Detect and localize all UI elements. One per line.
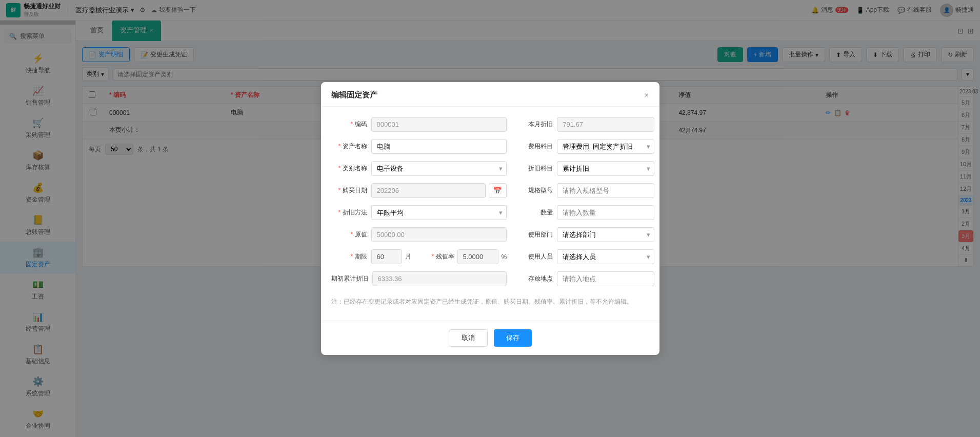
original-value-label: 原值 bbox=[331, 230, 367, 239]
form-row-depreciation-subject: 折旧科目 累计折旧 ▾ bbox=[517, 161, 654, 176]
monthly-depreciation-input bbox=[557, 117, 654, 132]
category-label: 类别名称 bbox=[331, 164, 367, 173]
edit-asset-dialog: 编辑固定资产 × 编码 资产名称 bbox=[321, 82, 659, 355]
cancel-button[interactable]: 取消 bbox=[449, 329, 488, 347]
department-label: 使用部门 bbox=[517, 230, 553, 239]
spec-model-label: 规格型号 bbox=[517, 186, 553, 195]
form-row-monthly-depreciation: 本月折旧 bbox=[517, 117, 654, 132]
form-row-quantity: 数量 bbox=[517, 205, 654, 220]
form-grid: 编码 资产名称 类别名称 电子设备 bbox=[331, 117, 649, 293]
form-row-asset-name: 资产名称 bbox=[331, 139, 507, 154]
form-row-person: 使用人员 请选择人员 ▾ bbox=[517, 249, 654, 264]
dialog-body: 编码 资产名称 类别名称 电子设备 bbox=[321, 107, 659, 321]
dialog-footer: 取消 保存 bbox=[321, 321, 659, 355]
dialog-close-btn[interactable]: × bbox=[644, 91, 649, 100]
original-value-input[interactable] bbox=[371, 227, 507, 242]
location-input[interactable] bbox=[557, 271, 654, 286]
form-row-expense-subject: 费用科目 管理费用_固定资产折旧 ▾ bbox=[517, 139, 654, 154]
calendar-btn[interactable]: 📅 bbox=[489, 183, 507, 198]
person-select[interactable]: 请选择人员 bbox=[557, 249, 654, 264]
depreciation-subject-select[interactable]: 累计折旧 bbox=[557, 161, 654, 176]
purchase-date-label: 购买日期 bbox=[331, 186, 367, 195]
form-row-depreciation-method: 折旧方法 年限平均 ▾ bbox=[331, 205, 507, 220]
depreciation-subject-label: 折旧科目 bbox=[517, 164, 553, 173]
residual-rate-label: 残值率 bbox=[418, 252, 454, 261]
form-right: 本月折旧 费用科目 管理费用_固定资产折旧 ▾ bbox=[517, 117, 654, 293]
residual-rate-input[interactable] bbox=[457, 249, 498, 264]
person-label: 使用人员 bbox=[517, 252, 553, 261]
initial-accumulated-label: 期初累计折旧 bbox=[331, 274, 368, 283]
purchase-date-inline: 📅 bbox=[371, 183, 507, 198]
modal-overlay: 编辑固定资产 × 编码 资产名称 bbox=[0, 0, 980, 437]
depreciation-method-select[interactable]: 年限平均 bbox=[371, 205, 507, 220]
form-row-category: 类别名称 电子设备 ▾ bbox=[331, 161, 507, 176]
form-row-department: 使用部门 请选择部门 ▾ bbox=[517, 227, 654, 242]
initial-accumulated-input[interactable] bbox=[372, 271, 507, 286]
period-inline: 月 残值率 % bbox=[371, 249, 507, 264]
dialog-header: 编辑固定资产 × bbox=[321, 82, 659, 107]
form-row-period: 期限 月 残值率 % bbox=[331, 249, 507, 264]
asset-name-input[interactable] bbox=[371, 139, 507, 154]
code-input[interactable] bbox=[371, 117, 507, 132]
depreciation-method-select-wrap: 年限平均 ▾ bbox=[371, 205, 507, 220]
expense-subject-label: 费用科目 bbox=[517, 142, 553, 151]
period-input[interactable] bbox=[371, 249, 402, 264]
period-label: 期限 bbox=[331, 252, 367, 261]
form-row-spec-model: 规格型号 bbox=[517, 183, 654, 198]
person-select-wrap: 请选择人员 ▾ bbox=[557, 249, 654, 264]
monthly-depreciation-label: 本月折旧 bbox=[517, 120, 553, 129]
depreciation-subject-select-wrap: 累计折旧 ▾ bbox=[557, 161, 654, 176]
purchase-date-input[interactable] bbox=[371, 183, 486, 198]
expense-subject-select-wrap: 管理费用_固定资产折旧 ▾ bbox=[557, 139, 654, 154]
dialog-title: 编辑固定资产 bbox=[331, 90, 377, 100]
category-select[interactable]: 电子设备 bbox=[371, 161, 507, 176]
department-select-wrap: 请选择部门 ▾ bbox=[557, 227, 654, 242]
form-row-location: 存放地点 bbox=[517, 271, 654, 286]
form-row-initial-accumulated: 期初累计折旧 bbox=[331, 271, 507, 286]
code-label: 编码 bbox=[331, 120, 367, 129]
form-row-code: 编码 bbox=[331, 117, 507, 132]
period-unit: 月 bbox=[405, 252, 411, 261]
dialog-note: 注：已经存在变更记录或者对应固定资产已经生成凭证，原值、购买日期、残值率、累计折… bbox=[331, 293, 649, 310]
depreciation-method-label: 折旧方法 bbox=[331, 208, 367, 217]
form-row-original-value: 原值 bbox=[331, 227, 507, 242]
location-label: 存放地点 bbox=[517, 274, 553, 283]
department-select[interactable]: 请选择部门 bbox=[557, 227, 654, 242]
category-select-wrap: 电子设备 ▾ bbox=[371, 161, 507, 176]
form-row-purchase-date: 购买日期 📅 bbox=[331, 183, 507, 198]
expense-subject-select[interactable]: 管理费用_固定资产折旧 bbox=[557, 139, 654, 154]
spec-model-input[interactable] bbox=[557, 183, 654, 198]
quantity-input[interactable] bbox=[557, 205, 654, 220]
save-button[interactable]: 保存 bbox=[494, 329, 532, 347]
asset-name-label: 资产名称 bbox=[331, 142, 367, 151]
form-left: 编码 资产名称 类别名称 电子设备 bbox=[331, 117, 507, 293]
quantity-label: 数量 bbox=[517, 208, 553, 217]
residual-rate-unit: % bbox=[502, 253, 507, 261]
